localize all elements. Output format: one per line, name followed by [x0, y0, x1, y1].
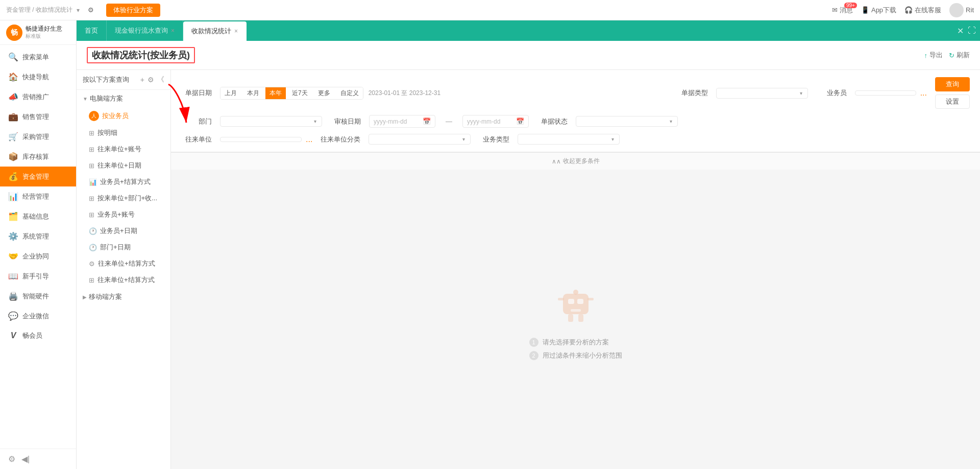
date-tab-last-month[interactable]: 上月 — [220, 87, 241, 99]
tab-close-all-icon[interactable]: ✕ — [957, 26, 964, 36]
scheme-item-unit-dept[interactable]: ⊞ 按来单位+部门+收... — [77, 190, 170, 206]
tab-bank-flow-close[interactable]: × — [171, 27, 175, 34]
unit-date-icon: ⊞ — [89, 162, 94, 170]
guide-icon: 📖 — [8, 271, 18, 281]
app-download-tool[interactable]: 📱 App下载 — [861, 6, 896, 15]
scheme-item-salesman-date[interactable]: 🕐 业务员+日期 — [77, 223, 170, 239]
tab-receipt-stats-close[interactable]: × — [234, 28, 238, 35]
sidebar-item-enterprise[interactable]: 🤝 企业协同 — [0, 246, 76, 266]
biz-type-select[interactable]: ▾ — [518, 134, 620, 145]
scheme-item-unit-settle1[interactable]: ⚙ 往来单位+结算方式 — [77, 255, 170, 272]
doc-status-label: 单据状态 — [537, 117, 568, 126]
date-tab-custom[interactable]: 自定义 — [336, 87, 363, 99]
vip-icon: V — [8, 331, 18, 340]
partner-category-select[interactable]: ▾ — [369, 134, 471, 145]
sidebar-item-wechat[interactable]: 💬 企业微信 — [0, 306, 76, 326]
sidebar-item-search-menu[interactable]: 🔍 搜索菜单 — [0, 47, 76, 67]
date-tab-this-month[interactable]: 本月 — [243, 87, 263, 99]
date-tabs: 上月 本月 本年 近7天 更多 自定义 — [220, 87, 363, 100]
online-service-tool[interactable]: 🎧 在线客服 — [904, 6, 941, 15]
salesman-more[interactable]: ... — [920, 88, 927, 98]
pc-group-toggle: ▼ — [83, 96, 88, 102]
sidebar-label-marketing: 营销推广 — [22, 92, 49, 102]
scheme-item-by-salesman[interactable]: 人 按业务员 — [77, 107, 170, 125]
partner-select[interactable] — [220, 137, 302, 142]
scheme-item-dept-date[interactable]: 🕐 部门+日期 — [77, 239, 170, 255]
date-tab-last7[interactable]: 近7天 — [288, 87, 312, 99]
panel-collapse-icon[interactable]: 《 — [157, 75, 164, 84]
scheme-label-salesman-account: 业务员+账号 — [97, 210, 135, 219]
sidebar-label-finance: 资金管理 — [22, 172, 49, 181]
logo-icon: 畅 — [6, 25, 22, 41]
tab-bank-flow[interactable]: 现金银行流水查询 × — [107, 20, 183, 41]
sidebar-label-smart-hw: 智能硬件 — [22, 292, 49, 301]
date-tab-more[interactable]: 更多 — [314, 87, 334, 99]
sidebar-item-guide[interactable]: 📖 新手引导 — [0, 266, 76, 286]
sidebar-item-quick-nav[interactable]: 🏠 快捷导航 — [0, 67, 76, 87]
sidebar-item-inventory[interactable]: 📦 库存核算 — [0, 147, 76, 167]
sidebar-item-vip[interactable]: V 畅会员 — [0, 326, 76, 345]
svg-rect-3 — [571, 309, 581, 312]
user-avatar-area[interactable]: Rit — [949, 3, 974, 17]
scheme-item-unit-account[interactable]: ⊞ 往来单位+账号 — [77, 141, 170, 157]
query-button[interactable]: 查询 — [935, 77, 970, 91]
messages-tool[interactable]: ✉ 消息 99+ — [832, 6, 853, 15]
salesman-select[interactable] — [855, 90, 916, 96]
sidebar-item-system[interactable]: ⚙️ 系统管理 — [0, 226, 76, 246]
breadcrumb-dropdown-icon[interactable]: ▾ — [77, 7, 80, 14]
scheme-group-mobile: ▶ 移动端方案 — [77, 288, 170, 306]
sidebar-label-inventory: 库存核算 — [22, 152, 49, 161]
sidebar-collapse-icon[interactable]: ◀| — [21, 454, 30, 464]
export-button[interactable]: ↑ 导出 — [924, 51, 943, 60]
svg-rect-1 — [568, 299, 574, 304]
tab-home[interactable]: 首页 — [77, 20, 107, 41]
review-date-end[interactable]: yyyy-mm-dd 📅 — [462, 115, 529, 128]
scheme-item-by-detail[interactable]: ⊞ 按明细 — [77, 125, 170, 141]
sidebar-item-purchase[interactable]: 🛒 采购管理 — [0, 127, 76, 147]
logo-text-line1: 畅捷通好生意 — [26, 25, 62, 33]
tip-num-1: 1 — [529, 338, 538, 347]
main-layout: 畅 畅捷通好生意 标准版 🔍 搜索菜单 🏠 快捷导航 📣 营销推广 💼 — [0, 20, 980, 469]
salesman-settle-icon: 📊 — [89, 178, 97, 186]
scheme-item-salesman-account[interactable]: ⊞ 业务员+账号 — [77, 206, 170, 223]
tab-receipt-stats[interactable]: 收款情况统计 × — [183, 21, 247, 41]
calendar-end-icon: 📅 — [516, 118, 524, 125]
sidebar-item-operations[interactable]: 📊 经营管理 — [0, 186, 76, 206]
tab-bank-flow-label: 现金银行流水查询 — [115, 26, 168, 35]
sidebar-item-finance[interactable]: 💰 资金管理 — [0, 167, 76, 186]
header-settings-icon[interactable]: ⚙ — [84, 3, 98, 17]
sidebar-item-smart-hw[interactable]: 🖨️ 智能硬件 — [0, 286, 76, 306]
message-icon: ✉ — [832, 6, 838, 14]
filter-settings-button[interactable]: 设置 — [935, 95, 970, 109]
app-download-label: App下载 — [871, 6, 896, 15]
scheme-item-unit-settle2[interactable]: ⊞ 往来单位+结算方式 — [77, 272, 170, 288]
panel-add-icon[interactable]: + — [140, 76, 144, 84]
scheme-item-unit-date[interactable]: ⊞ 往来单位+日期 — [77, 157, 170, 174]
scheme-label-by-detail: 按明细 — [97, 128, 117, 137]
date-tab-this-year[interactable]: 本年 — [265, 87, 286, 99]
doc-status-select[interactable]: ▾ — [576, 116, 678, 127]
scheme-group-pc-header[interactable]: ▼ 电脑端方案 — [77, 90, 170, 107]
sidebar-bottom-settings-icon[interactable]: ⚙ — [8, 454, 15, 464]
content-body: 按以下方案查询 + ⚙ 《 ▼ 电脑端方案 — [77, 70, 980, 469]
doc-type-select[interactable]: ▾ — [716, 88, 808, 99]
trial-button[interactable]: 体验行业方案 — [106, 4, 160, 17]
page-title: 收款情况统计(按业务员) — [87, 47, 195, 63]
scheme-item-salesman-settle[interactable]: 📊 业务员+结算方式 — [77, 174, 170, 190]
salesman-label: 业务员 — [816, 88, 847, 98]
enterprise-icon: 🤝 — [8, 251, 18, 261]
sidebar-item-marketing[interactable]: 📣 营销推广 — [0, 87, 76, 107]
tab-maximize-icon[interactable]: ⛶ — [968, 26, 976, 35]
refresh-button[interactable]: ↻ 刷新 — [949, 51, 970, 60]
partner-more[interactable]: ... — [306, 135, 312, 144]
doc-type-chevron: ▾ — [800, 90, 802, 96]
dept-select[interactable]: ▾ — [220, 116, 322, 127]
sidebar-item-sales[interactable]: 💼 销售管理 — [0, 107, 76, 127]
collapse-bar[interactable]: ∧∧ 收起更多条件 — [171, 152, 980, 170]
sidebar-item-base-info[interactable]: 🗂️ 基础信息 — [0, 206, 76, 226]
review-date-start[interactable]: yyyy-mm-dd 📅 — [369, 115, 435, 128]
scheme-group-mobile-header[interactable]: ▶ 移动端方案 — [77, 288, 170, 306]
service-icon: 🎧 — [904, 6, 913, 14]
filter-row-3: 往来单位 ... 往来单位分类 ▾ — [181, 134, 970, 145]
panel-settings-icon[interactable]: ⚙ — [148, 76, 154, 84]
